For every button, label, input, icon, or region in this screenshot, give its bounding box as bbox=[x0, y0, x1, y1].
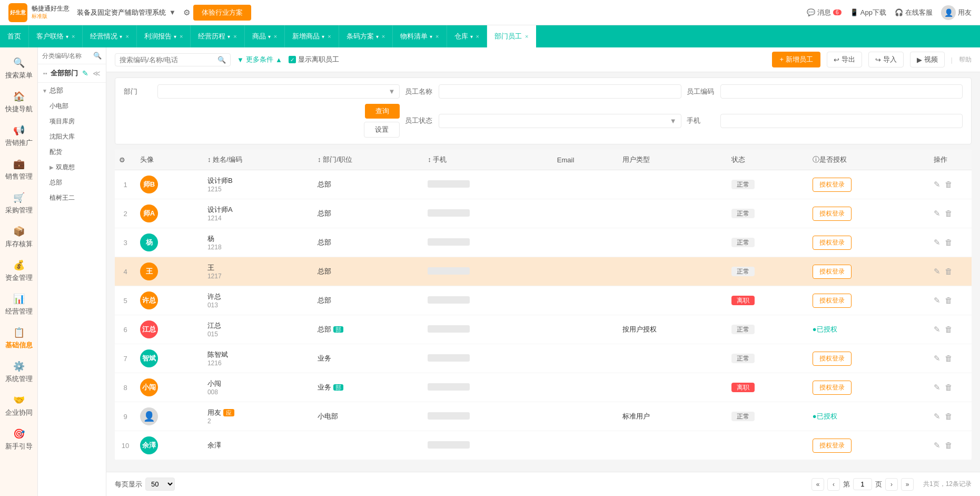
close-icon[interactable]: × bbox=[476, 33, 479, 40]
delete-icon[interactable]: 🗑 bbox=[945, 383, 953, 392]
delete-icon[interactable]: 🗑 bbox=[945, 441, 953, 450]
search-icon[interactable]: 🔍 bbox=[217, 56, 226, 64]
close-icon[interactable]: × bbox=[382, 33, 385, 40]
authorize-button[interactable]: 授权登录 bbox=[813, 265, 852, 279]
sidebar-item-guide[interactable]: 🎯 新手引导 bbox=[0, 423, 37, 456]
sidebar-item-system[interactable]: ⚙️ 系统管理 bbox=[0, 355, 37, 389]
nav-add-goods[interactable]: 新增商品 ▾ × bbox=[285, 25, 339, 47]
user-menu[interactable]: 👤 用友 bbox=[941, 5, 972, 20]
message-btn[interactable]: 💬 消息 6 bbox=[807, 8, 842, 17]
nav-operation[interactable]: 经营情况 ▾ × bbox=[83, 25, 136, 47]
delete-icon[interactable]: 🗑 bbox=[945, 238, 953, 247]
emp-code-input[interactable] bbox=[720, 84, 963, 99]
emp-status-select[interactable]: ▼ bbox=[439, 114, 681, 128]
sidebar-item-finance[interactable]: 💰 资金管理 bbox=[0, 254, 37, 288]
edit-icon[interactable]: ✎ bbox=[934, 296, 941, 305]
dept-collapse-icon[interactable]: ≪ bbox=[93, 69, 101, 77]
close-icon[interactable]: × bbox=[274, 33, 277, 40]
edit-icon[interactable]: ✎ bbox=[934, 383, 941, 392]
close-icon[interactable]: × bbox=[328, 33, 331, 40]
delete-icon[interactable]: 🗑 bbox=[945, 180, 953, 189]
edit-icon[interactable]: ✎ bbox=[934, 180, 941, 189]
edit-icon[interactable]: ✎ bbox=[934, 209, 941, 218]
authorize-button[interactable]: 授权登录 bbox=[813, 207, 852, 221]
dept-node-peihuo[interactable]: 配货 bbox=[38, 144, 106, 160]
sidebar-item-basic[interactable]: 📋 基础信息 bbox=[0, 322, 37, 355]
close-icon[interactable]: × bbox=[525, 33, 528, 40]
edit-icon[interactable]: ✎ bbox=[934, 441, 941, 450]
dept-node-shuanglu[interactable]: ▶双鹿想 bbox=[38, 160, 106, 175]
close-icon[interactable]: × bbox=[435, 33, 439, 40]
delete-icon[interactable]: 🗑 bbox=[945, 325, 953, 334]
dept-all-btn[interactable]: ▪▪ 全部部门 bbox=[43, 69, 78, 78]
nav-history[interactable]: 经营历程 ▾ × bbox=[191, 25, 244, 47]
show-inactive-toggle[interactable]: ✓ 显示离职员工 bbox=[289, 55, 339, 64]
close-icon[interactable]: × bbox=[180, 33, 183, 40]
nav-goods[interactable]: 商品 ▾ × bbox=[245, 25, 285, 47]
add-employee-button[interactable]: + 新增员工 bbox=[772, 52, 820, 67]
first-page-btn[interactable]: « bbox=[811, 478, 824, 491]
dept-search-icon[interactable]: 🔍 bbox=[93, 52, 102, 60]
reset-button[interactable]: 设置 bbox=[364, 122, 400, 138]
authorize-button[interactable]: 授权登录 bbox=[813, 294, 852, 308]
close-icon[interactable]: × bbox=[125, 33, 128, 40]
delete-icon[interactable]: 🗑 bbox=[945, 296, 953, 305]
dept-node-xiaodian[interactable]: 小电部 bbox=[38, 99, 106, 114]
authorize-button[interactable]: 授权登录 bbox=[813, 352, 852, 366]
view-button[interactable]: ▶ 视频 bbox=[910, 52, 945, 67]
nav-bom[interactable]: 物料清单 ▾ × bbox=[393, 25, 447, 47]
edit-icon[interactable]: ✎ bbox=[934, 238, 941, 247]
phone-input[interactable] bbox=[720, 114, 963, 128]
help-text[interactable]: 帮助 bbox=[959, 55, 972, 64]
delete-icon[interactable]: 🗑 bbox=[945, 267, 953, 276]
authorize-button[interactable]: 授权登录 bbox=[813, 439, 852, 453]
delete-icon[interactable]: 🗑 bbox=[945, 209, 953, 218]
sidebar-item-sales[interactable]: 💼 销售管理 bbox=[0, 153, 37, 187]
dept-node-zhishu[interactable]: 植树王二 bbox=[38, 190, 106, 206]
prev-page-btn[interactable]: ‹ bbox=[827, 478, 840, 491]
nav-profit[interactable]: 利润报告 ▾ × bbox=[137, 25, 191, 47]
col-settings[interactable]: ⚙ bbox=[115, 150, 136, 170]
col-phone[interactable]: ↕ 手机 bbox=[423, 150, 553, 170]
nav-dept-employee[interactable]: 部门员工 × bbox=[487, 25, 536, 47]
sidebar-item-inventory[interactable]: 📦 库存核算 bbox=[0, 220, 37, 254]
emp-name-input[interactable] bbox=[439, 84, 681, 99]
dept-node-zongbu[interactable]: 总部 bbox=[38, 175, 106, 190]
dept-select[interactable]: ▼ bbox=[157, 84, 400, 99]
per-page-select[interactable]: 50 100 200 bbox=[145, 478, 175, 491]
search-input[interactable] bbox=[120, 56, 214, 64]
dept-search-input[interactable] bbox=[42, 52, 93, 60]
authorize-button[interactable]: 授权登录 bbox=[813, 381, 852, 395]
nav-barcode[interactable]: 条码方案 ▾ × bbox=[339, 25, 393, 47]
nav-customer[interactable]: 客户联络 ▾ × bbox=[29, 25, 83, 47]
dept-node-project[interactable]: 项目库房 bbox=[38, 114, 106, 129]
sidebar-item-purchase[interactable]: 🛒 采购管理 bbox=[0, 187, 37, 220]
dept-node-head[interactable]: ▼ 总部 bbox=[38, 83, 106, 99]
edit-icon[interactable]: ✎ bbox=[934, 325, 941, 334]
edit-icon[interactable]: ✎ bbox=[934, 267, 941, 276]
close-icon[interactable]: × bbox=[72, 33, 75, 40]
authorize-button[interactable]: 授权登录 bbox=[813, 236, 852, 250]
dept-node-shenyang[interactable]: 沈阳大库 bbox=[38, 129, 106, 144]
more-filter-btn[interactable]: ▼ 更多条件 ▲ bbox=[237, 55, 282, 64]
nav-home[interactable]: 首页 bbox=[0, 25, 29, 47]
app-download-btn[interactable]: 📱 App下载 bbox=[850, 8, 886, 17]
edit-icon[interactable]: ✎ bbox=[934, 354, 941, 363]
sidebar-item-quicknav[interactable]: 🏠 快捷导航 bbox=[0, 85, 37, 119]
dept-edit-icon[interactable]: ✎ bbox=[82, 69, 88, 77]
sidebar-item-biz[interactable]: 📊 经营管理 bbox=[0, 288, 37, 322]
trial-button[interactable]: 体验行业方案 bbox=[193, 5, 251, 21]
delete-icon[interactable]: 🗑 bbox=[945, 354, 953, 363]
sidebar-item-marketing[interactable]: 📢 营销推广 bbox=[0, 119, 37, 153]
query-button[interactable]: 查询 bbox=[365, 104, 400, 119]
export-button[interactable]: ↩ 导出 bbox=[827, 52, 862, 67]
delete-icon[interactable]: 🗑 bbox=[945, 412, 953, 421]
sidebar-item-search[interactable]: 🔍 搜索菜单 bbox=[0, 52, 37, 85]
authorize-button[interactable]: 授权登录 bbox=[813, 178, 852, 192]
system-dropdown[interactable]: ▼ bbox=[169, 8, 176, 16]
close-icon[interactable]: × bbox=[233, 33, 236, 40]
sidebar-item-collab[interactable]: 🤝 企业协同 bbox=[0, 389, 37, 423]
gear-icon[interactable]: ⚙ bbox=[183, 8, 190, 17]
next-page-btn[interactable]: › bbox=[885, 478, 898, 491]
online-service-btn[interactable]: 🎧 在线客服 bbox=[895, 8, 933, 17]
